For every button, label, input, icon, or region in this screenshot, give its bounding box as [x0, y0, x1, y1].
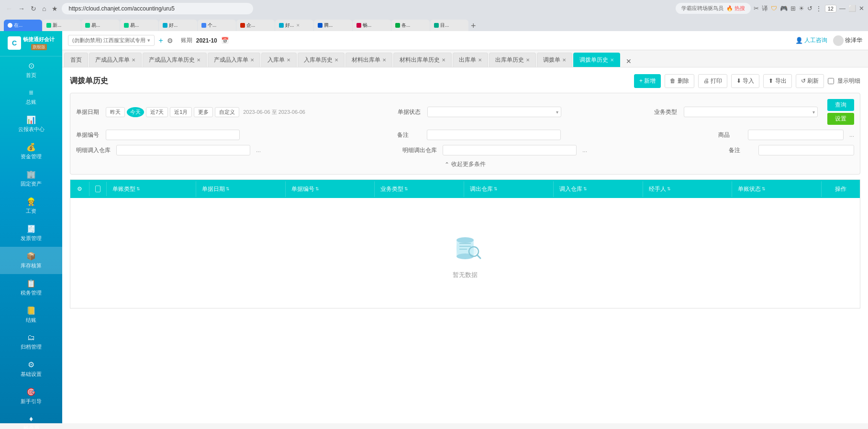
home-button[interactable]: ⌂ — [40, 3, 48, 14]
browser-tab-2[interactable]: 易... — [81, 20, 120, 31]
sidebar-item-home[interactable]: ⊙ 首页 — [0, 56, 62, 84]
bookmark-button[interactable]: ★ — [50, 3, 60, 14]
biztype-select[interactable] — [684, 107, 818, 117]
window-minimize[interactable]: — — [839, 5, 846, 12]
th-handler[interactable]: 经手人 ⇅ — [643, 181, 733, 197]
new-button[interactable]: + 新增 — [634, 74, 661, 88]
sidebar-item-close[interactable]: 📒 结账 — [0, 301, 62, 329]
page-tab-11[interactable]: 调拨单历史 ✕ — [573, 53, 620, 67]
display-checkbox[interactable] — [828, 78, 834, 84]
page-tab-1-close[interactable]: ✕ — [132, 57, 135, 63]
sidebar-item-inventory[interactable]: 📦 库存核算 — [0, 247, 62, 274]
remark-input[interactable] — [427, 130, 561, 140]
page-tab-6[interactable]: 材料出库单 ✕ — [345, 53, 392, 67]
calendar-icon[interactable]: 📅 — [221, 37, 229, 44]
date-btn-custom[interactable]: 自定义 — [215, 107, 239, 117]
setting-button[interactable]: 设置 — [827, 113, 854, 125]
select-all-checkbox[interactable] — [95, 186, 100, 192]
browser-tab-7[interactable]: 好... ✕ — [275, 20, 313, 31]
detail-in-input[interactable] — [116, 145, 250, 155]
page-tab-9[interactable]: 出库单历史 ✕ — [489, 53, 536, 67]
page-tab-home[interactable]: 首页 — [64, 53, 88, 67]
page-tab-2-close[interactable]: ✕ — [197, 57, 200, 63]
goods-more-btn[interactable]: ... — [849, 132, 854, 138]
detail-out-more-btn[interactable]: ... — [582, 147, 587, 154]
page-tab-6-close[interactable]: ✕ — [382, 57, 386, 63]
detail-out-input[interactable] — [443, 145, 577, 155]
reload-button[interactable]: ↻ — [29, 3, 38, 14]
browser-tab-1[interactable]: 新... — [43, 20, 81, 31]
page-tab-7-close[interactable]: ✕ — [442, 57, 445, 63]
settings-btn[interactable]: ⚙ — [167, 37, 173, 44]
page-tab-8-close[interactable]: ✕ — [478, 57, 482, 63]
sidebar-item-invoice[interactable]: 🧾 发票管理 — [0, 220, 62, 247]
browser-tab-8[interactable]: 腾... — [314, 20, 352, 31]
page-tab-8[interactable]: 出库单 ✕ — [453, 53, 488, 67]
detail-in-more-btn[interactable]: ... — [256, 147, 261, 154]
forward-button[interactable]: → — [16, 3, 27, 14]
sidebar-item-funds[interactable]: 💰 资金管理 — [0, 138, 62, 165]
company-select[interactable]: (勿删勿禁用) 江西服宝测试专用 ▾ — [68, 35, 155, 46]
browser-tab-3[interactable]: 易... — [120, 20, 158, 31]
goods-input[interactable] — [748, 130, 844, 140]
sidebar-item-reports[interactable]: 📊 云报表中心 — [0, 110, 62, 138]
page-tab-11-close[interactable]: ✕ — [610, 57, 614, 63]
browser-tab-4[interactable]: 好... — [159, 20, 197, 31]
browser-tab-11[interactable]: 目... — [430, 20, 468, 31]
add-company-button[interactable]: + — [158, 36, 163, 45]
detail-remark-input[interactable] — [758, 145, 854, 155]
address-input[interactable] — [62, 3, 253, 14]
page-tab-10[interactable]: 调拨单 ✕ — [537, 53, 572, 67]
sidebar-item-guide[interactable]: 🎯 新手引导 — [0, 383, 62, 410]
docno-input[interactable] — [106, 130, 240, 140]
th-biz-type[interactable]: 业务类型 ⇅ — [375, 181, 464, 197]
display-toggle[interactable]: 显示明细 — [828, 77, 860, 85]
th-in-warehouse[interactable]: 调入仓库 ⇅ — [554, 181, 643, 197]
page-tab-4[interactable]: 入库单 ✕ — [261, 53, 297, 67]
page-tab-9-close[interactable]: ✕ — [526, 57, 530, 63]
window-close[interactable]: ✕ — [859, 5, 864, 12]
th-doc-date[interactable]: 单据日期 ⇅ — [196, 181, 286, 197]
th-settings[interactable]: ⚙ — [70, 182, 89, 196]
window-maximize[interactable]: ⬜ — [848, 5, 856, 12]
sidebar-item-ledger[interactable]: ≡ 总账 — [0, 84, 62, 110]
th-doc-no[interactable]: 单据编号 ⇅ — [286, 181, 375, 197]
import-button[interactable]: ⬇ 导入 — [731, 74, 759, 88]
th-doc-status[interactable]: 单账状态 ⇅ — [732, 181, 822, 197]
browser-tab-0[interactable]: 在... — [4, 20, 42, 31]
back-button[interactable]: ← — [4, 3, 14, 14]
browser-tab-5[interactable]: 个... — [198, 20, 236, 31]
date-btn-7days[interactable]: 近7天 — [146, 107, 168, 117]
browser-tab-9[interactable]: 畅... — [353, 20, 391, 31]
page-tab-2[interactable]: 产成品入库单历史 ✕ — [143, 53, 207, 67]
date-btn-1month[interactable]: 近1月 — [170, 107, 192, 117]
print-button[interactable]: 🖨 打印 — [698, 74, 727, 88]
service-button[interactable]: 👤 人工咨询 — [795, 36, 827, 44]
close-all-tabs[interactable]: ✕ — [623, 55, 634, 67]
th-doc-type[interactable]: 单账类型 ⇅ — [107, 181, 196, 197]
date-btn-today[interactable]: 今天 — [127, 107, 144, 117]
tab-count-badge[interactable]: 12 — [825, 5, 836, 12]
sidebar-item-salary[interactable]: 👷 工资 — [0, 192, 62, 220]
browser-tab-6[interactable]: 企... — [236, 20, 275, 31]
sidebar-item-tax[interactable]: 📋 税务管理 — [0, 274, 62, 301]
date-btn-more[interactable]: 更多 — [194, 107, 213, 117]
page-tab-4-close[interactable]: ✕ — [287, 57, 290, 63]
query-button[interactable]: 查询 — [827, 99, 854, 111]
page-tab-3[interactable]: 产成品入库单 ✕ — [208, 53, 260, 67]
page-tab-1[interactable]: 产成品入库单 ✕ — [89, 53, 142, 67]
more-icon[interactable]: ⋮ — [815, 5, 822, 12]
page-tab-5-close[interactable]: ✕ — [334, 57, 338, 63]
collapse-button[interactable]: ⌃ 收起更多条件 — [76, 160, 854, 168]
delete-button[interactable]: 🗑 删除 — [665, 74, 694, 88]
sidebar-item-archive[interactable]: 🗂 归档管理 — [0, 329, 62, 355]
th-checkbox[interactable] — [89, 182, 107, 196]
new-tab-button[interactable]: + — [469, 21, 478, 31]
export-button[interactable]: ⬆ 导出 — [763, 74, 791, 88]
browser-tab-10[interactable]: 各... — [391, 20, 430, 31]
sidebar-item-assets[interactable]: 🏢 固定资产 — [0, 165, 62, 192]
date-btn-yesterday[interactable]: 昨天 — [106, 107, 125, 117]
refresh-button[interactable]: ↺ 刷新 — [796, 74, 824, 88]
page-tab-5[interactable]: 入库单历史 ✕ — [298, 53, 345, 67]
page-tab-3-close[interactable]: ✕ — [250, 57, 254, 63]
